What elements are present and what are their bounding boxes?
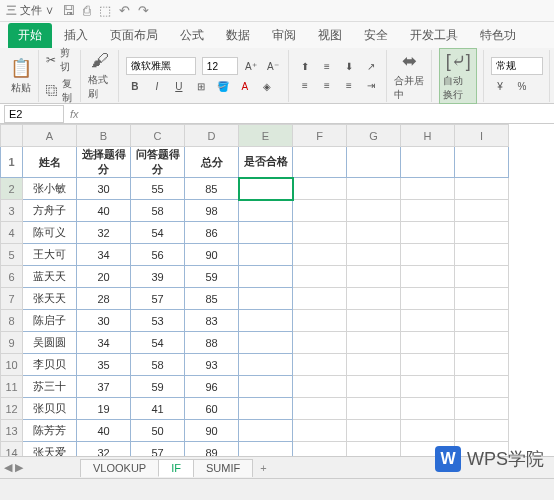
cell[interactable]: [239, 310, 293, 332]
cell[interactable]: 19: [77, 398, 131, 420]
cell[interactable]: [347, 310, 401, 332]
cell[interactable]: [347, 332, 401, 354]
row-header[interactable]: 6: [1, 266, 23, 288]
header-cell[interactable]: 姓名: [23, 147, 77, 178]
cell[interactable]: 张小敏: [23, 178, 77, 200]
cell[interactable]: [293, 222, 347, 244]
indent-icon[interactable]: ⇥: [362, 77, 380, 93]
bold-icon[interactable]: B: [126, 78, 144, 94]
save-icon[interactable]: 🖫: [62, 3, 75, 18]
select-all-corner[interactable]: [1, 125, 23, 147]
cell[interactable]: 吴圆圆: [23, 332, 77, 354]
cell[interactable]: 50: [131, 420, 185, 442]
align-bottom-icon[interactable]: ⬇: [340, 58, 358, 74]
cell[interactable]: 83: [185, 310, 239, 332]
align-right-icon[interactable]: ≡: [340, 77, 358, 93]
cell[interactable]: 88: [185, 332, 239, 354]
cell[interactable]: 41: [131, 398, 185, 420]
file-menu[interactable]: 三 文件 ∨: [6, 3, 54, 18]
cell[interactable]: [347, 288, 401, 310]
ribbon-tab-4[interactable]: 数据: [216, 23, 260, 48]
cell[interactable]: [239, 178, 293, 200]
orientation-icon[interactable]: ↗: [362, 58, 380, 74]
cell[interactable]: [239, 398, 293, 420]
cell[interactable]: [401, 420, 455, 442]
wrap-text-button[interactable]: [⤶] 自动换行: [439, 48, 477, 104]
name-box[interactable]: [4, 105, 64, 123]
cell[interactable]: [401, 244, 455, 266]
cell[interactable]: 58: [131, 200, 185, 222]
cell[interactable]: [239, 354, 293, 376]
cell[interactable]: [401, 147, 455, 178]
cell[interactable]: 86: [185, 222, 239, 244]
cell[interactable]: 方舟子: [23, 200, 77, 222]
cell[interactable]: [293, 398, 347, 420]
cell[interactable]: 54: [131, 332, 185, 354]
copy-button[interactable]: ⿻复制: [46, 77, 74, 105]
cell[interactable]: [239, 244, 293, 266]
cell[interactable]: [401, 178, 455, 200]
cell[interactable]: 96: [185, 376, 239, 398]
cell[interactable]: 陈启子: [23, 310, 77, 332]
cell[interactable]: 王大可: [23, 244, 77, 266]
col-header-I[interactable]: I: [455, 125, 509, 147]
col-header-A[interactable]: A: [23, 125, 77, 147]
merge-center-button[interactable]: ⬌ 合并居中: [394, 50, 425, 102]
cell[interactable]: [239, 288, 293, 310]
font-color-icon[interactable]: A: [236, 78, 254, 94]
cell[interactable]: 32: [77, 222, 131, 244]
col-header-G[interactable]: G: [347, 125, 401, 147]
col-header-C[interactable]: C: [131, 125, 185, 147]
header-cell[interactable]: 选择题得分: [77, 147, 131, 178]
cell[interactable]: [293, 288, 347, 310]
align-center-icon[interactable]: ≡: [318, 77, 336, 93]
col-header-H[interactable]: H: [401, 125, 455, 147]
align-middle-icon[interactable]: ≡: [318, 58, 336, 74]
fill-color-icon[interactable]: 🪣: [214, 78, 232, 94]
percent-icon[interactable]: %: [513, 78, 531, 94]
cell[interactable]: 58: [131, 354, 185, 376]
cell[interactable]: 54: [131, 222, 185, 244]
sheet-tab-vlookup[interactable]: VLOOKUP: [80, 459, 159, 477]
cell[interactable]: [293, 200, 347, 222]
cell[interactable]: 张贝贝: [23, 398, 77, 420]
cell[interactable]: 57: [131, 288, 185, 310]
increase-font-icon[interactable]: A⁺: [242, 58, 260, 74]
row-header[interactable]: 1: [1, 147, 23, 178]
ribbon-tab-5[interactable]: 审阅: [262, 23, 306, 48]
ribbon-tab-0[interactable]: 开始: [8, 23, 52, 48]
cell[interactable]: [455, 200, 509, 222]
font-name-select[interactable]: [126, 57, 196, 75]
row-header[interactable]: 5: [1, 244, 23, 266]
cell[interactable]: 37: [77, 376, 131, 398]
cell[interactable]: 59: [185, 266, 239, 288]
preview-icon[interactable]: ⬚: [99, 3, 111, 18]
cell[interactable]: [347, 178, 401, 200]
cell[interactable]: [293, 332, 347, 354]
col-header-E[interactable]: E: [239, 125, 293, 147]
undo-icon[interactable]: ↶: [119, 3, 130, 18]
cell[interactable]: 90: [185, 244, 239, 266]
row-header[interactable]: 4: [1, 222, 23, 244]
col-header-D[interactable]: D: [185, 125, 239, 147]
cell[interactable]: 张天天: [23, 288, 77, 310]
cell[interactable]: [455, 376, 509, 398]
cell[interactable]: [401, 288, 455, 310]
row-header[interactable]: 12: [1, 398, 23, 420]
cell[interactable]: 93: [185, 354, 239, 376]
cell[interactable]: 28: [77, 288, 131, 310]
cell[interactable]: 55: [131, 178, 185, 200]
border-icon[interactable]: ⊞: [192, 78, 210, 94]
sheet-tab-sumif[interactable]: SUMIF: [193, 459, 253, 477]
cell[interactable]: 90: [185, 420, 239, 442]
align-top-icon[interactable]: ⬆: [296, 58, 314, 74]
cell[interactable]: [239, 420, 293, 442]
cell[interactable]: 60: [185, 398, 239, 420]
cell[interactable]: 李贝贝: [23, 354, 77, 376]
spreadsheet-grid[interactable]: ABCDEFGHI1姓名选择题得分问答题得分总分是否合格2张小敏3055853方…: [0, 124, 554, 476]
cell[interactable]: [293, 178, 347, 200]
cut-button[interactable]: ✂剪切: [46, 46, 74, 74]
cell[interactable]: 53: [131, 310, 185, 332]
ribbon-tab-1[interactable]: 插入: [54, 23, 98, 48]
add-sheet-button[interactable]: +: [252, 462, 274, 474]
